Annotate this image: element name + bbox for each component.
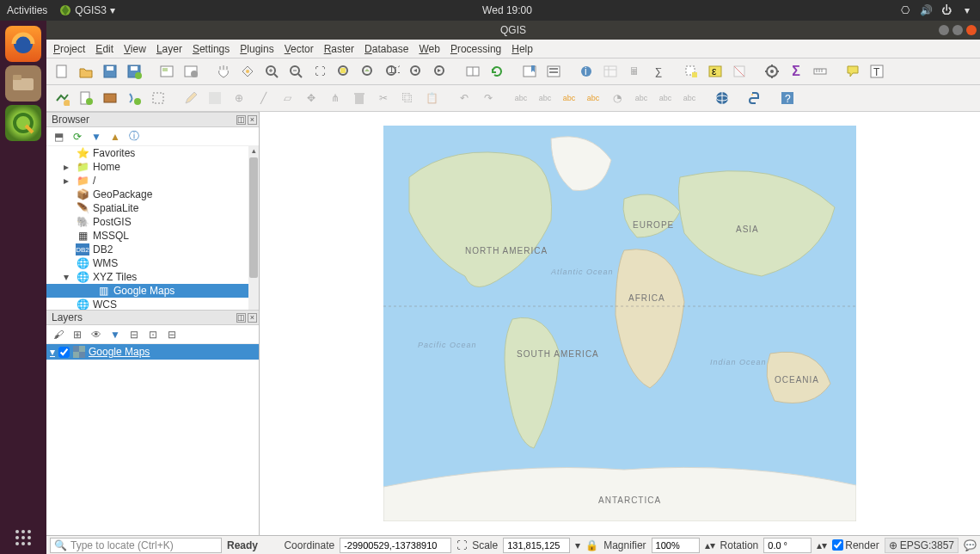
browser-item[interactable]: ▦MSSQL — [46, 229, 259, 243]
select-features-button[interactable] — [681, 61, 701, 82]
zoom-native-button[interactable]: 1:1 — [382, 61, 402, 82]
label-props-button[interactable]: abc — [679, 88, 700, 108]
copy-button[interactable]: ⿻ — [397, 88, 418, 108]
panel-float-button[interactable]: ◫ — [236, 115, 246, 125]
layers-tree[interactable]: ▾ Google Maps — [46, 344, 259, 535]
visibility-icon[interactable]: 👁 — [89, 328, 103, 342]
field-calc-button[interactable]: 🖩 — [624, 61, 645, 82]
messages-icon[interactable]: 💬 — [964, 539, 977, 551]
open-table-button[interactable] — [600, 61, 621, 82]
zoom-full-button[interactable]: ⛶ — [309, 61, 330, 82]
new-project-button[interactable] — [52, 61, 72, 82]
properties-icon[interactable]: ⓘ — [127, 130, 141, 144]
bookmarks-button[interactable] — [519, 61, 540, 82]
text-annotation-button[interactable]: T — [867, 61, 887, 82]
browser-item[interactable]: 🐘PostGIS — [46, 215, 259, 229]
layer-item-google-maps[interactable]: ▾ Google Maps — [46, 344, 259, 360]
new-layout-button[interactable] — [156, 61, 177, 82]
toolbox-button[interactable] — [762, 61, 782, 82]
maptips-button[interactable] — [842, 61, 863, 82]
files-launcher[interactable] — [5, 65, 41, 102]
browser-item[interactable]: 🌐WMS — [46, 256, 259, 270]
browser-item[interactable]: ▸📁/ — [46, 174, 259, 188]
expand-icon[interactable]: ▸ — [64, 175, 72, 187]
zoom-next-button[interactable] — [430, 61, 450, 82]
app-indicator[interactable]: QGIS3 ▾ — [59, 4, 115, 16]
label-pin2-button[interactable]: abc — [583, 88, 603, 108]
menu-layer[interactable]: Layer — [156, 43, 182, 55]
diagram-button[interactable]: ◔ — [607, 88, 628, 108]
zoom-to-layer-button[interactable] — [358, 61, 378, 82]
style-icon[interactable]: 🖌 — [52, 328, 65, 342]
browser-item[interactable]: ▥Google Maps — [46, 284, 259, 298]
label-config-button[interactable]: abc — [535, 88, 555, 108]
show-apps-button[interactable] — [15, 530, 31, 545]
label-rotate-button[interactable]: abc — [655, 88, 676, 108]
browser-item[interactable]: 🪶SpatiaLite — [46, 201, 259, 215]
maximize-button[interactable] — [952, 25, 963, 35]
zoom-last-button[interactable] — [406, 61, 426, 82]
browser-panel-header[interactable]: Browser ◫× — [46, 112, 259, 127]
collapse-icon[interactable]: ▲ — [108, 130, 122, 144]
menu-web[interactable]: Web — [419, 43, 439, 55]
minimize-button[interactable] — [939, 25, 949, 35]
show-bookmarks-button[interactable] — [543, 61, 564, 82]
add-line-button[interactable]: ╱ — [253, 88, 273, 108]
browser-item[interactable]: 📦GeoPackage — [46, 188, 259, 201]
scale-dropdown-icon[interactable]: ▾ — [575, 539, 580, 551]
dropdown-icon[interactable]: ▾ — [961, 4, 973, 16]
browser-item[interactable]: DB2DB2 — [46, 243, 259, 256]
map-canvas[interactable]: NORTH AMERICA SOUTH AMERICA EUROPE AFRIC… — [260, 112, 980, 535]
edit-toggle-button[interactable] — [181, 88, 201, 108]
new-shapefile-button[interactable] — [76, 88, 96, 108]
coordinate-input[interactable] — [340, 538, 451, 553]
menu-vector[interactable]: Vector — [285, 43, 314, 55]
browser-item[interactable]: ▸📁Home — [46, 160, 259, 174]
panel-close-button[interactable]: × — [248, 115, 257, 125]
deselect-button[interactable] — [729, 61, 750, 82]
python-console-button[interactable] — [744, 88, 765, 108]
paste-button[interactable]: 📋 — [421, 88, 442, 108]
spinner-icon[interactable]: ▴▾ — [817, 539, 827, 551]
crs-button[interactable]: ⊕EPSG:3857 — [885, 538, 959, 553]
help-button[interactable]: ? — [777, 88, 798, 108]
lock-icon[interactable]: 🔒 — [585, 539, 598, 551]
network-icon[interactable]: ⎔ — [899, 4, 911, 16]
menu-view[interactable]: View — [124, 43, 146, 55]
locator-input[interactable]: 🔍 Type to locate (Ctrl+K) — [50, 538, 222, 553]
activities-button[interactable]: Activities — [7, 4, 47, 16]
extents-icon[interactable]: ⛶ — [456, 539, 467, 551]
new-virtual-button[interactable] — [148, 88, 168, 108]
expand-icon[interactable]: ▾ — [50, 346, 55, 358]
menu-processing[interactable]: Processing — [450, 43, 501, 55]
new-map-view-button[interactable] — [462, 61, 483, 82]
filter-icon[interactable]: ▼ — [89, 130, 103, 144]
menu-database[interactable]: Database — [364, 43, 408, 55]
menu-plugins[interactable]: Plugins — [240, 43, 273, 55]
browser-item[interactable]: ▾🌐XYZ Tiles — [46, 270, 259, 284]
browser-item[interactable]: ⭐Favorites — [46, 146, 259, 160]
save-as-button[interactable] — [124, 61, 144, 82]
new-spatialite-button[interactable] — [124, 88, 144, 108]
redo-button[interactable]: ↷ — [478, 88, 499, 108]
label-move-button[interactable]: abc — [631, 88, 652, 108]
spinner-icon[interactable]: ▴▾ — [705, 539, 715, 551]
menu-help[interactable]: Help — [511, 43, 533, 55]
panel-float-button[interactable]: ◫ — [236, 313, 246, 323]
power-icon[interactable]: ⏻ — [940, 4, 952, 16]
close-button[interactable] — [966, 25, 977, 35]
new-gpkg-button[interactable] — [100, 88, 120, 108]
add-group-icon[interactable]: ⊞ — [70, 328, 84, 342]
scale-input[interactable] — [503, 538, 570, 553]
delete-button[interactable] — [349, 88, 370, 108]
scrollbar[interactable]: ▴ — [248, 146, 259, 310]
qgis-launcher[interactable] — [5, 105, 41, 141]
menu-project[interactable]: Project — [53, 43, 85, 55]
save-edits-button[interactable] — [205, 88, 225, 108]
measure-button[interactable] — [810, 61, 830, 82]
browser-tree[interactable]: ⭐Favorites▸📁Home▸📁/📦GeoPackage🪶SpatiaLit… — [46, 146, 259, 310]
expand-icon[interactable]: ⊟ — [127, 328, 141, 342]
stats-button[interactable]: ∑ — [648, 61, 669, 82]
sigma-button[interactable]: Σ — [786, 61, 806, 82]
metasearch-button[interactable] — [712, 88, 732, 108]
